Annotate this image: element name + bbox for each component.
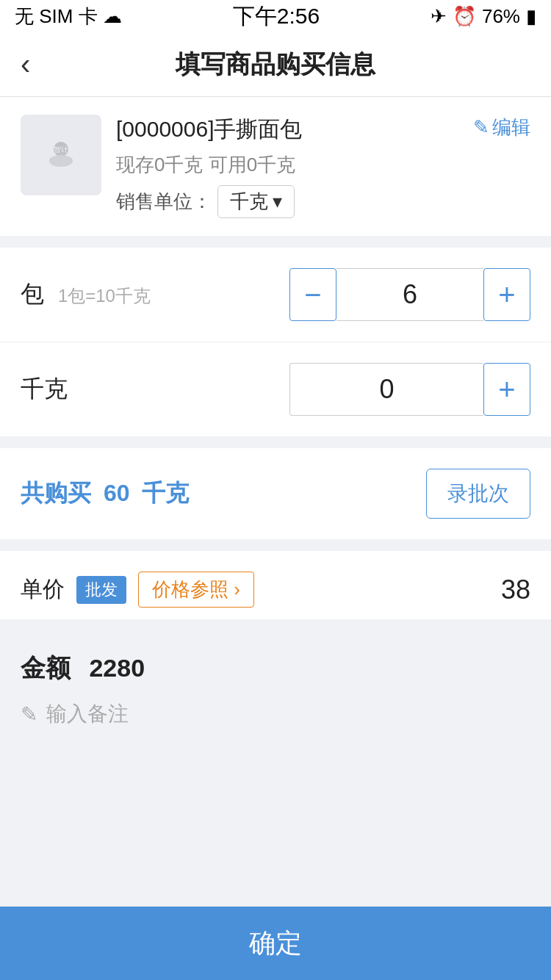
battery-level: 76%	[482, 5, 520, 28]
battery-icon: ▮	[526, 5, 536, 28]
remark-row[interactable]: ✎ 输入备注	[21, 700, 530, 728]
price-value: 38	[501, 574, 530, 605]
remark-label: 输入备注	[46, 700, 129, 728]
product-stock: 现存0千克 可用0千克	[116, 152, 458, 178]
input-section: 包 1包=10千克 − + 千克 +	[0, 248, 551, 436]
unit-select[interactable]: 千克 ▾	[217, 185, 295, 218]
total-amount: 60	[104, 480, 130, 506]
edit-icon: ✎	[473, 116, 489, 139]
package-minus-button[interactable]: −	[289, 268, 336, 321]
alarm-icon: ⏰	[453, 5, 476, 28]
batch-button[interactable]: 录批次	[426, 469, 530, 519]
package-plus-button[interactable]: +	[483, 268, 530, 321]
kg-row: 千克 +	[0, 342, 551, 436]
unit-label: 销售单位：	[116, 189, 212, 215]
product-unit: 销售单位： 千克 ▾	[116, 185, 458, 218]
status-bar: 无 SIM 卡 ☁ 下午2:56 ✈ ⏰ 76% ▮	[0, 0, 551, 32]
package-row: 包 1包=10千克 − +	[0, 248, 551, 342]
package-qty-control: − +	[289, 268, 530, 321]
kg-label: 千克	[21, 373, 289, 406]
chevron-down-icon: ▾	[273, 190, 282, 213]
pencil-icon: ✎	[21, 702, 37, 727]
status-time: 下午2:56	[233, 1, 320, 32]
price-section: 单价 批发 价格参照 › 38	[0, 551, 551, 619]
edit-button[interactable]: ✎ 编辑	[473, 115, 530, 140]
price-row: 单价 批发 价格参照 › 38	[21, 572, 530, 608]
price-label: 单价	[21, 574, 65, 605]
amount-value: 2280	[89, 654, 145, 682]
total-text: 共购买 60 千克	[21, 478, 189, 510]
location-icon: ✈	[431, 5, 447, 28]
amount-section: 金额 2280 ✎ 输入备注	[0, 631, 551, 743]
nav-bar: ‹ 填写商品购买信息	[0, 32, 551, 97]
product-thumbnail: 智计	[21, 115, 101, 195]
kg-plus-button[interactable]: +	[483, 363, 530, 416]
amount-row: 金额 2280	[21, 652, 530, 685]
price-ref-button[interactable]: 价格参照 ›	[138, 572, 254, 608]
sim-status: 无 SIM 卡 ☁	[15, 4, 122, 29]
package-label: 包 1包=10千克	[21, 278, 289, 311]
package-qty-input[interactable]	[336, 268, 483, 321]
product-name: [0000006]手撕面包	[116, 115, 458, 145]
price-tag: 批发	[76, 576, 126, 604]
svg-point-1	[49, 155, 73, 167]
product-info: [0000006]手撕面包 现存0千克 可用0千克 销售单位： 千克 ▾	[116, 115, 458, 218]
total-section: 共购买 60 千克 录批次	[0, 448, 551, 539]
kg-qty-input[interactable]	[289, 363, 483, 416]
package-hint: 1包=10千克	[58, 286, 151, 306]
status-right: ✈ ⏰ 76% ▮	[431, 5, 536, 28]
status-left: 无 SIM 卡 ☁	[15, 4, 122, 29]
confirm-button[interactable]: 确定	[0, 907, 551, 980]
back-button[interactable]: ‹	[21, 48, 30, 81]
product-card: 智计 [0000006]手撕面包 现存0千克 可用0千克 销售单位： 千克 ▾ …	[0, 97, 551, 236]
spacer	[0, 743, 551, 890]
svg-text:智计: 智计	[54, 145, 68, 154]
page-title: 填写商品购买信息	[176, 48, 375, 82]
kg-qty-control: +	[289, 363, 530, 416]
